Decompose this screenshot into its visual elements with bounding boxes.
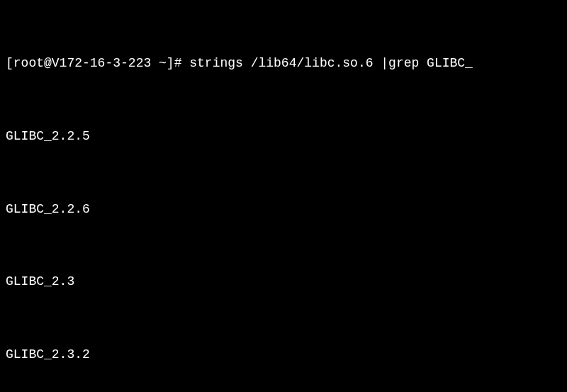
shell-prompt: [root@V172-16-3-223 ~]# bbox=[6, 56, 189, 70]
command-line: [root@V172-16-3-223 ~]# strings /lib64/l… bbox=[6, 51, 561, 75]
output-line: GLIBC_2.3.2 bbox=[6, 342, 561, 366]
output-line: GLIBC_2.2.6 bbox=[6, 197, 561, 221]
terminal-window[interactable]: [root@V172-16-3-223 ~]# strings /lib64/l… bbox=[6, 3, 561, 392]
command-text: strings /lib64/libc.so.6 |grep GLIBC_ bbox=[189, 56, 473, 70]
output-line: GLIBC_2.2.5 bbox=[6, 124, 561, 148]
output-line: GLIBC_2.3 bbox=[6, 269, 561, 293]
